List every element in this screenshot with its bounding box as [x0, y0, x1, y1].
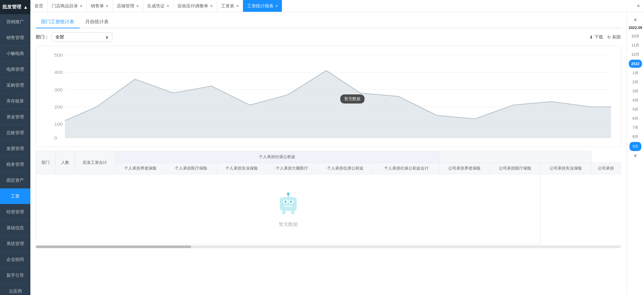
- download-icon: ⬇: [589, 35, 593, 40]
- col-sub-公司承担养老保险: 公司承担养老保险: [439, 163, 490, 174]
- scroll-thumb[interactable]: [36, 245, 191, 248]
- timeline-up-button[interactable]: ▲: [632, 15, 640, 24]
- sidebar-item-税务管理[interactable]: 税务管理: [0, 157, 30, 173]
- col-group-company: [439, 151, 591, 163]
- toolbar: 部门： 全部 ∨ ⬇ 下载 ↻ 刷新: [36, 32, 621, 42]
- sidebar-item-企业协同[interactable]: 企业协同: [0, 252, 30, 268]
- sidebar-item-总账管理[interactable]: 总账管理: [0, 125, 30, 141]
- horizontal-scrollbar[interactable]: [36, 245, 621, 248]
- tab-应收应付调整单[interactable]: 应收应付调整单×: [173, 0, 217, 12]
- tab-工资统计报表[interactable]: 工资统计报表×: [243, 0, 282, 12]
- tab-close-应收应付调整单[interactable]: ×: [210, 4, 213, 8]
- tab-bar-end: ×: [636, 2, 644, 10]
- tab-生成凭证[interactable]: 生成凭证×: [143, 0, 173, 12]
- page-content: 部门工资统计表月份统计表 部门： 全部 ∨ ⬇ 下载 ↻: [30, 12, 644, 295]
- toolbar-left: 部门： 全部 ∨: [36, 32, 112, 42]
- col-sub-个人承担住房公积金: 个人承担住房公积金: [317, 163, 373, 174]
- sidebar-item-库存核算[interactable]: 库存核算: [0, 93, 30, 109]
- sidebar-header[interactable]: 批发管理 ▲: [0, 0, 30, 14]
- tab-门店商品目录[interactable]: 门店商品目录×: [48, 0, 87, 12]
- chart-area: 500 400 300 200 100 0: [36, 46, 621, 147]
- sidebar-title: 批发管理: [2, 4, 21, 10]
- svg-rect-19: [282, 211, 286, 214]
- tab-close-生成凭证[interactable]: ×: [167, 4, 169, 8]
- timeline-12月[interactable]: 12月: [627, 50, 644, 59]
- timeline-month-2月[interactable]: 2月: [627, 78, 644, 87]
- timeline-month-5月[interactable]: 5月: [627, 105, 644, 114]
- col-sub-公司承担医疗保险: 公司承担医疗保险: [490, 163, 540, 174]
- chevron-down-icon: ∨: [105, 35, 109, 40]
- tab-close-店铺管理[interactable]: ×: [136, 4, 139, 8]
- col-sub-个人承担医疗保险: 个人承担医疗保险: [166, 163, 216, 174]
- download-button[interactable]: ⬇ 下载: [589, 34, 603, 40]
- table-row: 暂无数据: [36, 174, 621, 244]
- dept-dropdown[interactable]: 全部 ∨: [52, 32, 112, 42]
- col-sub-公司承担: 公司承担: [591, 163, 621, 174]
- col-sub-个人承担养老保险: 个人承担养老保险: [115, 163, 166, 174]
- timeline-month-8月[interactable]: 8月: [627, 132, 644, 141]
- timeline-month-4月[interactable]: 4月: [627, 96, 644, 105]
- timeline-month-3月[interactable]: 3月: [627, 87, 644, 96]
- tab-工资表[interactable]: 工资表×: [217, 0, 243, 12]
- sidebar-item-基础信息[interactable]: 基础信息: [0, 220, 30, 236]
- tab-店铺管理[interactable]: 店铺管理×: [113, 0, 143, 12]
- sidebar-item-小畅电商[interactable]: 小畅电商: [0, 46, 30, 62]
- sidebar-item-营销推广[interactable]: 营销推广: [0, 14, 30, 30]
- sidebar-item-固定资产[interactable]: 固定资产: [0, 173, 30, 188]
- refresh-button[interactable]: ↻ 刷新: [607, 34, 621, 40]
- dept-label: 部门：: [36, 34, 49, 40]
- col-dept: 部门: [36, 151, 56, 174]
- sidebar: 批发管理 ▲ 营销推广销售管理小畅电商电商管理采购管理库存核算资金管理总账管理发…: [0, 0, 30, 295]
- refresh-label: 刷新: [612, 34, 621, 40]
- timeline-11月[interactable]: 11月: [627, 41, 644, 50]
- tab-close-工资统计报表[interactable]: ×: [275, 4, 278, 8]
- tab-close-销售单[interactable]: ×: [106, 4, 108, 8]
- svg-text:200: 200: [54, 105, 63, 109]
- sidebar-toggle-icon: ▲: [23, 4, 28, 10]
- svg-point-17: [290, 201, 292, 203]
- timeline-month-6月[interactable]: 6月: [627, 114, 644, 123]
- timeline-panel: ▲ 2022.0910月11月12月20221月2月3月4月5月6月7月8月9月…: [626, 12, 644, 295]
- timeline-10月[interactable]: 10月: [627, 32, 644, 41]
- timeline-month-7月[interactable]: 7月: [627, 123, 644, 132]
- empty-icon: [275, 190, 302, 217]
- timeline-month-1月[interactable]: 1月: [627, 68, 644, 78]
- sidebar-item-销售管理[interactable]: 销售管理: [0, 30, 30, 46]
- sidebar-item-经营管理[interactable]: 经营管理: [0, 204, 30, 220]
- timeline-down-button[interactable]: ▼: [632, 152, 640, 160]
- inner-content: 部门工资统计表月份统计表 部门： 全部 ∨ ⬇ 下载 ↻: [30, 12, 626, 295]
- tab-首页[interactable]: 首页: [30, 0, 48, 12]
- tab-销售单[interactable]: 销售单×: [87, 0, 113, 12]
- col-sub-个人承担大额医疗: 个人承担大额医疗: [267, 163, 317, 174]
- timeline-year-2022[interactable]: 2022: [629, 60, 642, 68]
- col-sub-公司承担失业保险: 公司承担失业保险: [540, 163, 591, 174]
- tab-close-门店商品目录[interactable]: ×: [80, 4, 82, 8]
- tab-bar: 首页门店商品目录×销售单×店铺管理×生成凭证×应收应付调整单×工资表×工资统计报…: [30, 0, 644, 12]
- col-total-salary: 应发工资合计: [75, 151, 115, 174]
- svg-point-22: [287, 193, 290, 195]
- sidebar-item-工资[interactable]: 工资: [0, 188, 30, 204]
- sidebar-item-云应用[interactable]: 云应用: [0, 284, 30, 295]
- sidebar-item-采购管理[interactable]: 采购管理: [0, 78, 30, 93]
- close-all-tabs-button[interactable]: ×: [636, 2, 641, 10]
- sidebar-item-资金管理[interactable]: 资金管理: [0, 109, 30, 125]
- svg-rect-18: [284, 205, 292, 207]
- sidebar-item-系统管理[interactable]: 系统管理: [0, 236, 30, 252]
- dept-value: 全部: [55, 34, 64, 40]
- toolbar-right: ⬇ 下载 ↻ 刷新: [589, 34, 621, 40]
- download-label: 下载: [594, 34, 603, 40]
- col-count: 人数: [55, 151, 75, 174]
- sidebar-item-新手引导[interactable]: 新手引导: [0, 268, 30, 284]
- col-group-personal: 个人承担社保公积金: [115, 151, 439, 163]
- timeline-year-2022-start: 2022.09: [627, 24, 644, 32]
- svg-rect-13: [280, 197, 297, 211]
- tab-close-工资表[interactable]: ×: [236, 4, 239, 8]
- svg-text:300: 300: [54, 88, 63, 92]
- sidebar-item-发票管理[interactable]: 发票管理: [0, 141, 30, 157]
- svg-text:400: 400: [54, 70, 63, 75]
- svg-text:0: 0: [54, 136, 57, 140]
- sidebar-item-电商管理[interactable]: 电商管理: [0, 62, 30, 78]
- sub-tab-月份统计表[interactable]: 月份统计表: [80, 16, 114, 28]
- timeline-month-9[interactable]: 9月: [629, 142, 642, 151]
- sub-tab-部门工资统计表[interactable]: 部门工资统计表: [36, 16, 80, 28]
